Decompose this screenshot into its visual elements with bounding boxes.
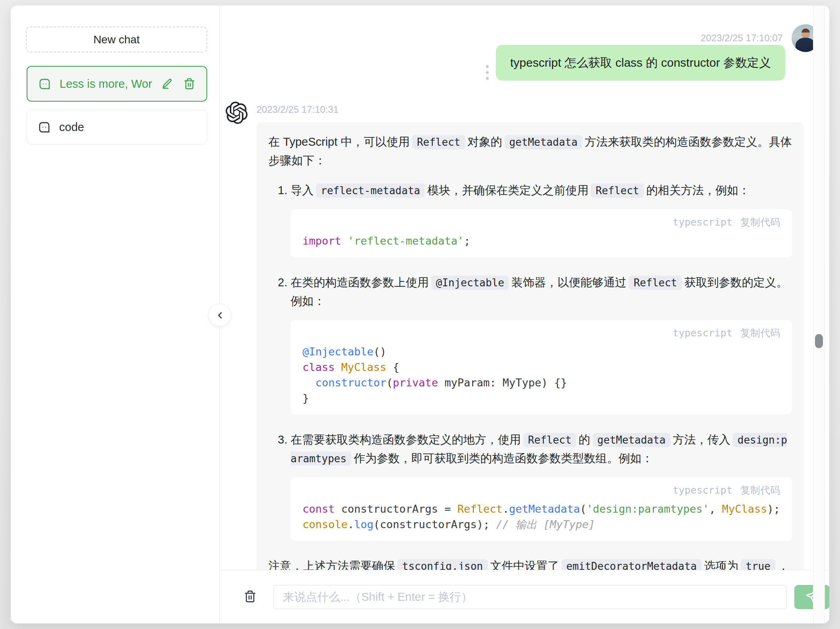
app-window: New chat Less is more, Wor... — [11, 6, 829, 623]
assistant-list-item: 在需要获取类构造函数参数定义的地方，使用Reflect的getMetadata方… — [291, 430, 792, 541]
code-content: const constructorArgs = Reflect.getMetad… — [302, 501, 780, 532]
code-content: import 'reflect-metadata'; — [302, 233, 780, 249]
sidebar-footer: Redon Less is more — [11, 572, 220, 623]
code-block: typescript复制代码@Injectable() class MyClas… — [291, 320, 792, 415]
chat-icon — [39, 78, 51, 90]
scrollbar-track[interactable] — [813, 6, 825, 623]
assistant-list-item: 在类的构造函数参数上使用@Injectable装饰器，以便能够通过Reflect… — [291, 273, 792, 415]
inline-code: tsconfig.json — [397, 559, 488, 570]
user-message-row: typescript 怎么获取 class 的 constructor 参数定义 — [225, 45, 785, 81]
inline-code: true — [741, 559, 775, 570]
message-list: 2023/2/25 17:10:07 typescript 怎么获取 class… — [220, 6, 829, 570]
inline-code: @Injectable — [431, 276, 509, 290]
message-input[interactable] — [274, 585, 786, 609]
user-message-timestamp: 2023/2/25 17:10:07 — [701, 33, 783, 44]
code-language-label: typescript — [672, 214, 732, 231]
inline-code: getMetadata — [593, 433, 670, 447]
copy-code-button[interactable]: 复制代码 — [740, 484, 780, 497]
inline-code: emitDecoratorMetadata — [562, 559, 702, 570]
inline-code: getMetadata — [505, 135, 582, 149]
inline-code: Reflect — [591, 183, 644, 198]
message-more-icon[interactable] — [486, 65, 489, 83]
assistant-message-timestamp: 2023/2/25 17:10:31 — [256, 104, 819, 115]
assistant-message-row: 2023/2/25 17:10:31 在 TypeScript 中，可以使用Re… — [225, 102, 819, 570]
chat-icon — [38, 121, 50, 133]
sidebar-item-chat-1[interactable]: Less is more, Wor... — [27, 66, 207, 102]
assistant-ordered-list: 导入reflect-metadata模块，并确保在类定义之前使用Reflect的… — [268, 181, 792, 541]
assistant-message-bubble: 在 TypeScript 中，可以使用Reflect对象的getMetadata… — [256, 122, 804, 570]
user-message-bubble: typescript 怎么获取 class 的 constructor 参数定义 — [496, 45, 785, 81]
chevron-left-icon — [215, 310, 225, 320]
code-block: typescript复制代码const constructorArgs = Re… — [291, 477, 792, 541]
delete-icon[interactable] — [183, 78, 195, 90]
code-content: @Injectable() class MyClass { constructo… — [302, 344, 780, 406]
code-block: typescript复制代码import 'reflect-metadata'; — [291, 209, 792, 257]
trash-icon — [244, 590, 256, 603]
inline-code: reflect-metadata — [316, 183, 425, 198]
code-language-label: typescript — [672, 325, 732, 342]
clear-chat-button[interactable] — [243, 590, 257, 604]
openai-logo-icon — [225, 102, 248, 124]
edit-icon[interactable] — [161, 78, 173, 90]
assistant-paragraph: 在 TypeScript 中，可以使用Reflect对象的getMetadata… — [268, 133, 792, 170]
inline-code: Reflect — [523, 433, 576, 447]
assistant-message-col: 2023/2/25 17:10:31 在 TypeScript 中，可以使用Re… — [256, 102, 819, 570]
composer — [220, 570, 829, 623]
copy-code-button[interactable]: 复制代码 — [740, 326, 780, 340]
inline-code: Reflect — [412, 135, 465, 149]
assistant-list-item: 导入reflect-metadata模块，并确保在类定义之前使用Reflect的… — [291, 181, 792, 257]
assistant-paragraph: 注意，上述方法需要确保tsconfig.json文件中设置了emitDecora… — [268, 557, 792, 570]
sidebar-item-chat-2[interactable]: code — [27, 110, 207, 145]
scrollbar-thumb[interactable] — [815, 334, 823, 348]
inline-code: Reflect — [629, 276, 682, 290]
code-language-label: typescript — [672, 482, 732, 499]
new-chat-button[interactable]: New chat — [26, 27, 207, 52]
chat-title: code — [59, 121, 196, 134]
sidebar: New chat Less is more, Wor... — [11, 6, 220, 623]
chat-main: 2023/2/25 17:10:07 typescript 怎么获取 class… — [220, 6, 829, 623]
sidebar-collapse-button[interactable] — [208, 304, 231, 326]
chat-title: Less is more, Wor... — [60, 77, 152, 91]
copy-code-button[interactable]: 复制代码 — [740, 216, 780, 229]
